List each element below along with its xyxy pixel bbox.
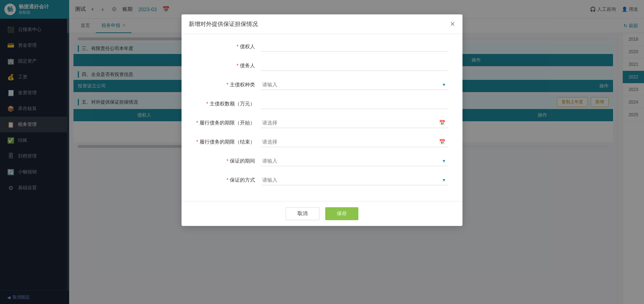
input-debtor[interactable] [261,60,448,71]
modal-title: 新增对外提供保证担保情况 [189,21,258,28]
modal-dialog: 新增对外提供保证担保情况 ✕ * 债权人 * [182,14,462,226]
form-row-guarantee-period: * 保证的期间 ▾ [196,156,448,166]
date-end-calendar-icon[interactable]: 📅 [436,139,448,145]
form-row-debt-type: * 主债权种类 ▾ [196,80,448,90]
select-guarantee-method[interactable] [261,175,440,185]
form-row-guarantee-method: * 保证的方式 ▾ [196,175,448,185]
label-guarantee-method: * 保证的方式 [196,177,261,183]
form-row-period-start: * 履行债务的期限（开始） 📅 [196,118,448,128]
input-wrap-debt-amount [261,99,448,109]
input-debt-amount[interactable] [261,99,448,109]
date-wrap-period-start: 📅 [261,118,448,128]
save-button[interactable]: 保存 [325,207,358,220]
form-row-debtor: * 债务人 [196,60,448,71]
form-row-creditor: * 债权人 [196,41,448,52]
date-wrap-period-end: 📅 [261,137,448,147]
select-debt-type-arrow-icon[interactable]: ▾ [440,82,448,87]
label-creditor: * 债权人 [196,44,261,50]
label-debt-amount: * 主债权数额（万元） [196,101,261,107]
select-debt-type[interactable] [261,80,440,90]
label-guarantee-period: * 保证的期间 [196,158,261,164]
input-wrap-debtor [261,60,448,71]
date-period-end[interactable] [261,137,436,147]
date-period-start[interactable] [261,118,436,128]
form-row-period-end: * 履行债务的期限（结束） 📅 [196,137,448,147]
label-debt-type: * 主债权种类 [196,82,261,88]
select-wrap-guarantee-period: ▾ [261,156,448,166]
modal-footer: 取消 保存 [182,201,462,226]
modal-body: * 债权人 * 债务人 [182,34,462,201]
select-wrap-debt-type: ▾ [261,80,448,90]
label-period-end: * 履行债务的期限（结束） [196,139,261,145]
input-creditor[interactable] [261,41,448,52]
select-guarantee-period-arrow-icon[interactable]: ▾ [440,158,448,164]
modal-overlay: 新增对外提供保证担保情况 ✕ * 债权人 * [0,0,644,304]
date-start-calendar-icon[interactable]: 📅 [436,120,448,126]
label-debtor: * 债务人 [196,63,261,69]
form-row-debt-amount: * 主债权数额（万元） [196,99,448,109]
select-guarantee-method-arrow-icon[interactable]: ▾ [440,177,448,183]
input-wrap-creditor [261,41,448,52]
modal-header: 新增对外提供保证担保情况 ✕ [182,14,462,34]
select-wrap-guarantee-method: ▾ [261,175,448,185]
cancel-button[interactable]: 取消 [286,207,319,220]
modal-close-icon[interactable]: ✕ [450,20,455,28]
select-guarantee-period[interactable] [261,156,440,166]
label-period-start: * 履行债务的期限（开始） [196,120,261,126]
